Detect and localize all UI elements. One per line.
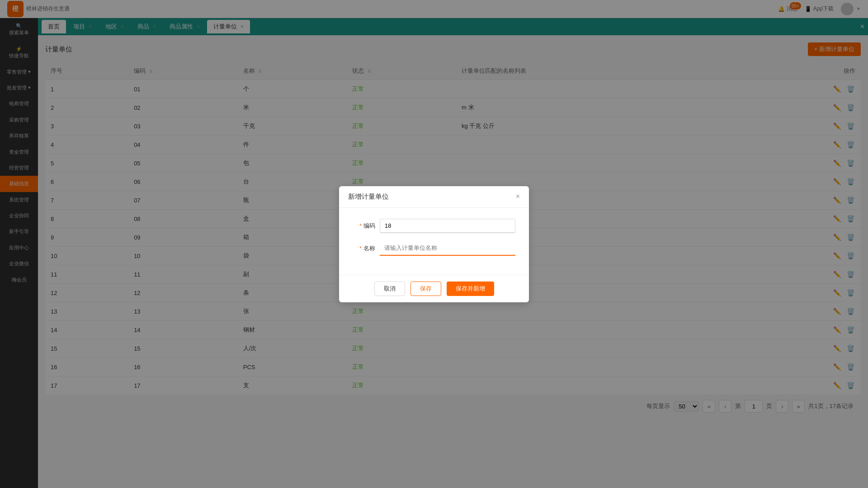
required-mark2: * [359,245,362,252]
modal-footer: 取消 保存 保存并新增 [339,275,529,302]
code-form-row: * 编码 [353,219,515,233]
name-input[interactable] [380,241,515,256]
code-label: * 编码 [353,222,375,230]
modal-overlay: 新增计量单位 × * 编码 * 名称 取消 保存 保存并新增 [0,0,868,488]
modal-header: 新增计量单位 × [339,186,529,208]
required-mark: * [359,222,362,229]
modal-close-button[interactable]: × [516,192,520,201]
add-unit-modal: 新增计量单位 × * 编码 * 名称 取消 保存 保存并新增 [339,186,529,302]
modal-title: 新增计量单位 [348,192,389,201]
save-button[interactable]: 保存 [410,282,441,296]
code-input[interactable] [380,219,515,233]
cancel-button[interactable]: 取消 [374,282,405,296]
name-form-row: * 名称 [353,241,515,256]
name-label: * 名称 [353,244,375,253]
modal-body: * 编码 * 名称 [339,208,529,275]
save-and-new-button[interactable]: 保存并新增 [447,282,494,296]
